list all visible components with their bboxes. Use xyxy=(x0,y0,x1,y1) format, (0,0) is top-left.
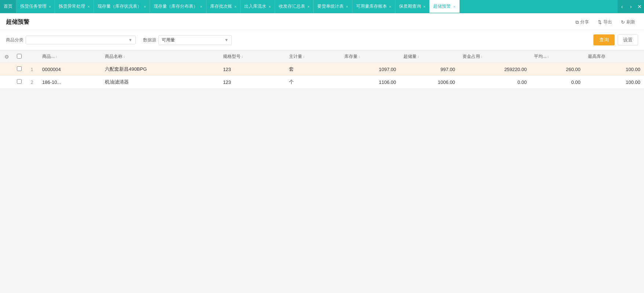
category-label: 商品分类 xyxy=(6,37,23,43)
nav-item-inventory-dist[interactable]: 现存量（库存分布表）× xyxy=(150,0,206,13)
th-unit[interactable]: 主计量↕ xyxy=(285,51,341,63)
nav-item-inventory-status[interactable]: 现存量（库存状况表）× xyxy=(94,0,150,13)
nav-label: 收发存汇总表 xyxy=(279,3,305,10)
td-product-name: 六配套新昌490BPG xyxy=(101,63,219,76)
th-product-code[interactable]: 商品...↕ xyxy=(39,51,101,63)
select-all-checkbox[interactable] xyxy=(17,54,22,59)
td-check xyxy=(13,63,25,76)
nav-left-arrow[interactable]: ‹ xyxy=(618,0,626,13)
td-gear xyxy=(0,63,13,76)
nav-close-icon[interactable]: × xyxy=(389,4,391,9)
nav-close-icon[interactable]: × xyxy=(307,4,310,9)
nav-close-icon[interactable]: × xyxy=(234,4,237,9)
sort-icon-product-name: ↕ xyxy=(123,55,125,59)
nav-label: 超储预警 xyxy=(433,3,451,10)
td-max-stock: 100.00 xyxy=(584,63,644,76)
th-row-num xyxy=(25,51,39,63)
datasource-filter-group: 数据源 可用量 ▼ xyxy=(143,35,232,45)
th-overstock[interactable]: 超储量↕ xyxy=(400,51,459,63)
th-max-stock[interactable]: 最高库存 xyxy=(584,51,644,63)
datasource-select-value: 可用量 xyxy=(162,37,223,43)
td-spec: 123 xyxy=(219,76,285,89)
sort-icon-unit: ↕ xyxy=(303,55,305,59)
th-capital[interactable]: 资金占用↕ xyxy=(459,51,530,63)
share-icon: ⧉ xyxy=(575,19,579,25)
page-actions: ⧉ 分享 ⇅ 导出 ↻ 刷新 xyxy=(572,18,638,27)
td-row-num: 1 xyxy=(25,63,39,76)
td-unit: 套 xyxy=(285,63,341,76)
th-avg[interactable]: 平均...↕ xyxy=(530,51,584,63)
nav-item-overstock[interactable]: 超储预警× xyxy=(429,0,459,13)
nav-item-task-mgmt[interactable]: 拣货任务管理× xyxy=(17,0,55,13)
td-overstock: 997.00 xyxy=(400,63,459,76)
overstock-table: ⚙ 商品...↕ 商品名称↕ 规格型号↕ xyxy=(0,50,644,89)
category-chevron-icon: ▼ xyxy=(128,38,132,42)
td-max-stock: 100.00 xyxy=(584,76,644,89)
nav-close-icon[interactable]: × xyxy=(346,4,348,9)
td-gear xyxy=(0,76,13,89)
td-avg: 260.00 xyxy=(530,63,584,76)
td-overstock: 1006.00 xyxy=(400,76,459,89)
sort-icon-stock: ↕ xyxy=(358,55,360,59)
nav-item-usable[interactable]: 可用量库存账本× xyxy=(352,0,395,13)
refresh-button[interactable]: ↻ 刷新 xyxy=(618,18,638,27)
top-navigation: 首页拣货任务管理×拣货异常处理×现存量（库存状况表）×现存量（库存分布表）×库存… xyxy=(0,0,644,13)
sort-icon-spec: ↕ xyxy=(241,55,243,59)
td-capital: 0.00 xyxy=(459,76,530,89)
nav-item-abnormal[interactable]: 拣货异常处理× xyxy=(55,0,94,13)
page-header: 超储预警 ⧉ 分享 ⇅ 导出 ↻ 刷新 xyxy=(0,13,644,30)
table-row: 2 186-10... 机油滤清器 123 个 1106.00 1006.00 … xyxy=(0,76,644,89)
nav-item-order-stat[interactable]: 要货单统计表× xyxy=(314,0,352,13)
nav-item-summary[interactable]: 收发存汇总表× xyxy=(275,0,314,13)
export-button[interactable]: ⇅ 导出 xyxy=(595,18,615,27)
page-content: 超储预警 ⧉ 分享 ⇅ 导出 ↻ 刷新 商品分类 ▼ 数据源 xyxy=(0,13,644,89)
nav-close-arrow[interactable]: ✕ xyxy=(635,0,644,13)
sort-icon-overstock: ↕ xyxy=(417,55,419,59)
th-stock[interactable]: 库存量↕ xyxy=(341,51,400,63)
nav-item-home[interactable]: 首页 xyxy=(0,0,17,13)
datasource-select[interactable]: 可用量 ▼ xyxy=(158,35,232,45)
datasource-chevron-icon: ▼ xyxy=(224,38,228,42)
row-checkbox-0[interactable] xyxy=(17,66,22,71)
nav-item-inout[interactable]: 出入库流水× xyxy=(241,0,275,13)
category-filter-group: 商品分类 ▼ xyxy=(6,36,136,44)
nav-label: 可用量库存账本 xyxy=(356,3,387,10)
td-avg: 0.00 xyxy=(530,76,584,89)
td-product-code: 186-10... xyxy=(39,76,101,89)
category-select[interactable]: ▼ xyxy=(26,36,136,44)
td-check xyxy=(13,76,25,89)
table-header-row: ⚙ 商品...↕ 商品名称↕ 规格型号↕ xyxy=(0,51,644,63)
nav-right-arrow[interactable]: › xyxy=(626,0,635,13)
nav-label: 要货单统计表 xyxy=(317,3,344,10)
td-row-num: 2 xyxy=(25,76,39,89)
nav-label: 出入库流水 xyxy=(244,3,266,10)
nav-item-batch[interactable]: 库存批次账× xyxy=(206,0,241,13)
nav-close-icon[interactable]: × xyxy=(268,4,271,9)
nav-item-expiry[interactable]: 保质期查询× xyxy=(395,0,429,13)
nav-close-icon[interactable]: × xyxy=(87,4,89,9)
nav-label: 保质期查询 xyxy=(399,3,421,10)
nav-close-icon[interactable]: × xyxy=(453,4,455,9)
th-check xyxy=(13,51,25,63)
export-icon: ⇅ xyxy=(598,19,602,25)
sort-icon-capital: ↕ xyxy=(481,55,483,59)
nav-label: 现存量（库存分布表） xyxy=(154,3,198,10)
nav-close-icon[interactable]: × xyxy=(144,4,146,9)
td-product-name: 机油滤清器 xyxy=(101,76,219,89)
td-stock: 1097.00 xyxy=(341,63,400,76)
gear-icon[interactable]: ⚙ xyxy=(4,54,9,60)
share-button[interactable]: ⧉ 分享 xyxy=(572,18,592,27)
settings-button[interactable]: 设置 xyxy=(618,34,638,45)
td-stock: 1106.00 xyxy=(341,76,400,89)
nav-close-icon[interactable]: × xyxy=(423,4,425,9)
nav-close-icon[interactable]: × xyxy=(200,4,202,9)
th-spec[interactable]: 规格型号↕ xyxy=(219,51,285,63)
nav-close-icon[interactable]: × xyxy=(49,4,51,9)
nav-label: 首页 xyxy=(4,3,12,10)
query-button[interactable]: 查询 xyxy=(593,34,615,45)
refresh-icon: ↻ xyxy=(621,19,625,25)
category-select-value xyxy=(29,37,127,42)
th-product-name[interactable]: 商品名称↕ xyxy=(101,51,219,63)
row-checkbox-1[interactable] xyxy=(17,79,22,84)
nav-label: 现存量（库存状况表） xyxy=(98,3,142,10)
